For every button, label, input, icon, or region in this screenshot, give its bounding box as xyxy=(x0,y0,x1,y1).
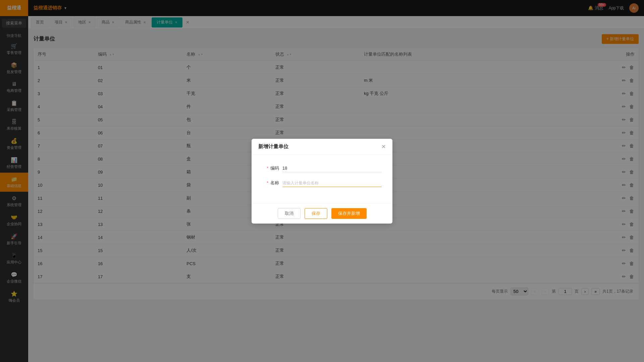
modal-header: 新增计量单位 ✕ xyxy=(252,139,392,155)
cancel-button[interactable]: 取消 xyxy=(278,208,301,219)
name-input[interactable] xyxy=(282,179,382,187)
name-required-mark: * xyxy=(267,180,268,185)
modal-title: 新增计量单位 xyxy=(258,143,288,150)
form-row-name: * 名称 xyxy=(262,179,382,187)
code-input[interactable] xyxy=(282,164,382,172)
form-row-code: * 编码 xyxy=(262,164,382,172)
modal-overlay: 新增计量单位 ✕ * 编码 * 名称 取消 保存 保存并新增 xyxy=(0,0,644,362)
name-field-label: * 名称 xyxy=(262,180,279,186)
code-required-mark: * xyxy=(267,166,268,171)
modal-body: * 编码 * 名称 xyxy=(252,155,392,203)
modal-close-button[interactable]: ✕ xyxy=(381,143,386,150)
add-unit-modal: 新增计量单位 ✕ * 编码 * 名称 取消 保存 保存并新增 xyxy=(252,139,392,224)
modal-footer: 取消 保存 保存并新增 xyxy=(252,203,392,224)
code-field-label: * 编码 xyxy=(262,165,279,171)
save-button[interactable]: 保存 xyxy=(305,208,327,219)
save-continue-button[interactable]: 保存并新增 xyxy=(331,208,367,219)
